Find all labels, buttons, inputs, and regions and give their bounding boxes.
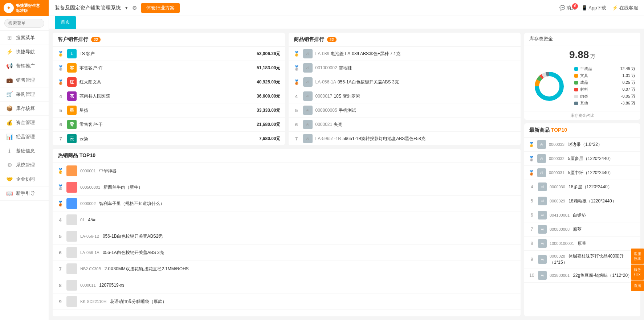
float-btn-service[interactable]: 客服热线 [631, 249, 644, 264]
new-products-list: 🥇 Ai 0000033 封边带（1.0*22） 🥈 Ai 0000032 5厘… [524, 138, 640, 283]
product-info: 0000030 18多层（1220*2440） [550, 184, 636, 190]
sidebar-item-4[interactable]: 🛒采购管理 [0, 87, 49, 102]
sidebar-item-5[interactable]: 📦库存核算 [0, 102, 49, 116]
rank-medal: 🥇 [57, 168, 64, 174]
nav-icon-3: 💼 [6, 77, 13, 83]
rank-amount: 51,183.00元 [257, 65, 280, 71]
rank-num: 9 [529, 257, 535, 262]
list-item[interactable]: 9 Ai 0000028 体碱嘉枝味苏打饮品400毫升（1*15） [524, 251, 640, 268]
table-row[interactable]: 4 Ai 000001710S 变刹罗紧 [289, 89, 521, 103]
list-item[interactable]: 7 Ai 000800008 原茎 [524, 222, 640, 237]
list-item[interactable]: 4 Ai 0000030 18多层（1220*2440） [524, 180, 640, 194]
list-item[interactable]: 5 LA-056-1B 056-1B白色按键开关壳ABS2壳 [53, 228, 521, 245]
table-row[interactable]: 6 零 零售客户-于 21,680.00元 [53, 118, 285, 132]
list-item[interactable]: 🥈 Ai 0000032 5厘多层（1220*2440） [524, 152, 640, 166]
list-item[interactable]: 6 LA-056-1A 056-1A白色按键开关盖ABS 3壳 [53, 245, 521, 261]
list-item[interactable]: 6 Ai 004100001 白钢垫 [524, 208, 640, 222]
sidebar-item-6[interactable]: 💰资金管理 [0, 116, 49, 130]
list-item[interactable]: 8 Ai 10000100001 原茎 [524, 237, 640, 251]
list-item[interactable]: 7 NB2.0X30B 2.0X30MM双搓花轴,搓花直径2.1MM/ROHS [53, 261, 521, 277]
list-item[interactable]: 🥇 0000001 中华神器 [53, 163, 521, 179]
product-ranking-header: 商品销售排行 22 [289, 33, 521, 47]
product-name: 智利车子里（规格不知道填什么） [99, 201, 164, 206]
table-row[interactable]: 7 Ai LA-59651-1B59651-1B旋转投影灯电池盒ABS黑色+58… [289, 132, 521, 145]
rank-avatar: 红 [67, 77, 77, 87]
online-service[interactable]: ⚡ 在线客服 [612, 5, 638, 11]
product-icon: Ai [538, 255, 547, 264]
product-info: KK-SD22110H 花语萌恒温分腿睡袋（厚款） [80, 299, 516, 305]
sidebar-item-7[interactable]: 📊经营管理 [0, 130, 49, 144]
gear-icon[interactable]: ⚙ [132, 5, 137, 11]
product-name: 18多层（1220*2440） [568, 184, 612, 189]
float-btn-community[interactable]: 服务社区 [631, 264, 644, 280]
notification-bell[interactable]: 💬 消息 6 [559, 5, 576, 11]
tab-home[interactable]: 首页 [55, 16, 76, 29]
legend-value: -3.86 万 [621, 100, 635, 106]
hot-products-list: 🥇 0000001 中华神器 🥈 000500001 新西兰牛肉（新牛） 🥉 0… [53, 163, 521, 316]
list-item[interactable]: 🥈 000500001 新西兰牛肉（新牛） [53, 179, 521, 196]
table-row[interactable]: 🥇 L LS 客户 53,006.26元 [53, 47, 285, 61]
nav-label-7: 经营管理 [16, 134, 35, 140]
list-item[interactable]: 10 Ai 003800001 22g鱼豆腐-烧烤味（1*12*20） [524, 268, 640, 283]
sidebar-item-11[interactable]: 📖新手引导 [0, 186, 49, 201]
sidebar-item-10[interactable]: 🤝企业协同 [0, 172, 49, 186]
rank-num: 4 [57, 217, 64, 223]
product-code: 0000030 [550, 185, 565, 189]
donut-chart [529, 66, 569, 107]
table-row[interactable]: 🥉 Ai LA-056-1A056-1A白色按键开关盖ABS 3克 [289, 75, 521, 89]
product-name: 2.0X30MM双搓花轴,搓花直径2.1MM/ROHS [105, 266, 189, 271]
content-area: 客户销售排行 22 🥇 L LS 客户 53,006.26元🥈 零 零售客户-许… [49, 29, 644, 320]
sidebar-item-2[interactable]: 📢营销推广 [0, 59, 49, 73]
list-item[interactable]: 9 KK-SD22110H 花语萌恒温分腿睡袋（厚款） [53, 294, 521, 310]
nav-icon-7: 📊 [6, 134, 13, 140]
rank-amount: 21,680.00元 [257, 122, 280, 128]
list-item[interactable]: 5 Ai 0000029 18颗粒板（1220*2440） [524, 194, 640, 208]
sidebar-item-0[interactable]: ⊞搜索菜单 [0, 31, 49, 45]
sidebar: ✦ 畅捷通好生意 标准版 ⊞搜索菜单⚡快捷导航📢营销推广💼销售管理🛒采购管理📦库… [0, 0, 49, 320]
table-row[interactable]: 🥉 红 红太阳文具 40,925.00元 [53, 75, 285, 89]
sidebar-item-8[interactable]: ℹ基础信息 [0, 144, 49, 158]
product-code: 10000100001 [550, 241, 574, 246]
search-input[interactable] [4, 19, 44, 28]
product-code: KK-SD22110H [80, 299, 106, 304]
table-row[interactable]: 4 苍 苍南县人民医院 36,600.00元 [53, 89, 285, 103]
rank-avatar: 云 [67, 134, 77, 143]
legend-list: 半成品 12.45 万 文具 1.01 万 成品 0.25 万 材料 0.07 … [574, 66, 635, 107]
product-info: LA-056-1B 056-1B白色按键开关壳ABS2壳 [80, 233, 516, 239]
table-row[interactable]: 6 Ai 0000021夹壳 [289, 118, 521, 132]
product-name: 中华神器 [99, 168, 117, 173]
legend-label: 半成品 [580, 66, 618, 71]
sidebar-item-9[interactable]: ⚙系统管理 [0, 158, 49, 172]
nav-label-10: 企业协同 [16, 176, 35, 182]
float-btn-live[interactable]: 直播 [631, 280, 644, 291]
table-row[interactable]: 🥇 Ai LA-089电池盖 LA-089 ABS本色+黑种 7.1克 [289, 47, 521, 61]
list-item[interactable]: 🥉 0000002 智利车子里（规格不知道填什么） [53, 196, 521, 212]
app-download[interactable]: 📱 App下载 [582, 5, 606, 11]
sidebar-item-1[interactable]: ⚡快捷导航 [0, 45, 49, 59]
product-info: 10000100001 原茎 [550, 241, 636, 247]
table-row[interactable]: 5 Ai 000800005手机测试 [289, 103, 521, 118]
list-item[interactable]: 4 01 45# [53, 212, 521, 228]
table-row[interactable]: 7 云 云扬 7,680.00元 [53, 132, 285, 145]
nav-label-0: 搜索菜单 [16, 34, 35, 41]
system-dropdown[interactable]: ▾ [125, 5, 128, 11]
list-item[interactable]: 🥉 Ai 0000031 5厘中纤（1220*2440） [524, 166, 640, 180]
product-ranking-card: 商品销售排行 22 🥇 Ai LA-089电池盖 LA-089 ABS本色+黑种… [289, 33, 521, 145]
table-row[interactable]: 🥈 零 零售客户-许 51,183.00元 [53, 61, 285, 75]
product-icon: Ai [303, 91, 313, 101]
list-item[interactable]: 🥇 Ai 0000033 封边带（1.0*22） [524, 138, 640, 152]
list-item[interactable]: 8 0000011 12070519-xs [53, 277, 521, 294]
table-row[interactable]: 5 星 星扬 33,333.00元 [53, 103, 285, 118]
product-icon: Ai [303, 77, 313, 87]
product-info: 0000033 封边带（1.0*22） [549, 141, 636, 148]
rank-num: 8 [57, 283, 64, 288]
rank-medal: 🥈 [529, 156, 534, 161]
sidebar-item-3[interactable]: 💼销售管理 [0, 73, 49, 87]
trial-button[interactable]: 体验行业方案 [141, 3, 180, 13]
product-name: LA-089电池盖 LA-089 ABS本色+黑种 7.1克 [315, 51, 517, 57]
product-name: 5厘多层（1220*2440） [568, 156, 613, 161]
rank-num: 6 [529, 213, 535, 218]
rank-avatar: 零 [67, 120, 77, 129]
table-row[interactable]: 🥈 Ai 001000002雪地鞋 [289, 61, 521, 75]
inventory-title: 库存总资金 [529, 36, 553, 42]
